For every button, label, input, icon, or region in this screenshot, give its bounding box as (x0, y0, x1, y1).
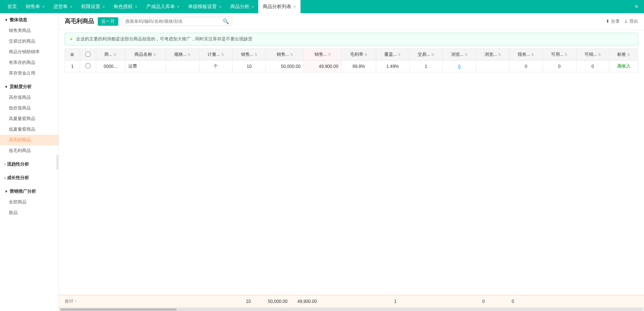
sidebar-item-low-margin[interactable]: 低毛利商品 (0, 145, 58, 156)
sidebar-item-inventory-capital[interactable]: 库存资金占用 (0, 68, 58, 79)
cell-sellable-stock: 0 (576, 61, 609, 72)
export-button[interactable]: ⤓ 导出 (624, 18, 638, 25)
summary-cell-4 (175, 299, 204, 304)
data-table: ⚙ 商...⇅ 商品名称⇅ 规格...⇅ 计量...⇅ (65, 48, 638, 72)
col-tag[interactable]: 标签⇅ (609, 49, 638, 61)
arrow-down-icon: ▼ (4, 18, 8, 22)
sidebar-toggle[interactable]: « (56, 155, 59, 170)
col-sales-amount[interactable]: 销售...⇅ (266, 49, 304, 61)
row-checkbox[interactable] (86, 64, 90, 68)
col-checkbox[interactable] (80, 49, 96, 61)
nav-analysis-list[interactable]: 商品分析列表 × (258, 0, 300, 13)
cell-browse1[interactable]: 0 (443, 61, 476, 72)
nav-purchase-close[interactable]: × (70, 4, 72, 9)
col-gross-rate[interactable]: 毛利率⇅ (342, 49, 376, 61)
nav-purchase[interactable]: 进货单 × (49, 0, 76, 13)
nav-template[interactable]: 单据模板设置 × (184, 0, 226, 13)
search-icon[interactable]: 🔍 (223, 18, 229, 24)
col-name[interactable]: 商品名称⇅ (125, 49, 166, 61)
col-spec[interactable]: 规格...⇅ (166, 49, 199, 61)
col-current-stock[interactable]: 现有...⇅ (509, 49, 543, 61)
table-wrapper: ⚙ 商...⇅ 商品名称⇅ 规格...⇅ 计量...⇅ (59, 48, 644, 295)
footer-summary: 合计： 10 50,000.00 49,900.00 1 0 0 (59, 295, 644, 307)
sidebar-item-new-goods[interactable]: 新品 (0, 207, 58, 218)
nav-roles-close[interactable]: × (135, 4, 137, 9)
cell-current-stock: 0 (509, 61, 543, 72)
sidebar-item-distribution-rate[interactable]: 商品分销助销率 (0, 47, 58, 57)
nav-analysis-label: 商品分析 (230, 3, 249, 10)
share-button[interactable]: ⬆ 分享 (606, 18, 620, 25)
arrow-right-icon-2: › (4, 176, 6, 180)
sidebar-item-low-value[interactable]: 低价值商品 (0, 103, 58, 113)
col-sales-profit[interactable]: 销售...⇅ (304, 49, 342, 61)
nav-roles[interactable]: 角色授权 × (109, 0, 141, 13)
sidebar-item-high-freq[interactable]: 高夏量窒商品 (0, 113, 58, 124)
header-actions: ⬆ 分享 ⤓ 导出 (606, 18, 638, 25)
col-transaction[interactable]: 交易...⇅ (409, 49, 443, 61)
sidebar-group-overall-header[interactable]: ▼ 整体信息 (0, 15, 58, 25)
nav-template-label: 单据模板设置 (188, 3, 217, 10)
summary-cell-9 (322, 299, 351, 304)
star-icon: ✦ (69, 37, 73, 42)
sort-icon-10: ⇅ (431, 53, 434, 57)
nav-product-entry-close[interactable]: × (177, 4, 179, 9)
sidebar-item-low-freq[interactable]: 低夏量窒商品 (0, 124, 58, 135)
scrollbar-thumb[interactable] (60, 308, 177, 311)
col-sellable-stock[interactable]: 可销...⇅ (576, 49, 609, 61)
summary-cell-3 (145, 299, 175, 304)
nav-home[interactable]: 首页 (3, 0, 21, 13)
nav-analysis-close[interactable]: × (252, 4, 254, 9)
cell-code: 0000... (96, 61, 125, 72)
sidebar-group-growth-header[interactable]: › 成长性分析 (0, 173, 58, 183)
nav-analysis[interactable]: 商品分析 × (226, 0, 258, 13)
sidebar-item-all-goods[interactable]: 全部商品 (0, 197, 58, 207)
nav-permissions-close[interactable]: × (102, 4, 105, 9)
nav-template-close[interactable]: × (219, 4, 221, 9)
sort-icon-15: ⇅ (598, 53, 601, 57)
col-browse2[interactable]: 浏览...⇅ (476, 49, 510, 61)
search-input[interactable] (125, 19, 223, 24)
bottom-scrollbar[interactable] (59, 307, 644, 311)
nav-sales-close[interactable]: × (42, 4, 44, 9)
sidebar-item-traded-goods[interactable]: 交易过的商品 (0, 36, 58, 47)
sidebar-group-trend-header[interactable]: › 流趋性分析 (0, 159, 58, 170)
col-coverage[interactable]: 覆盖...⇅ (376, 49, 409, 61)
period-button[interactable]: 近一月 (98, 17, 118, 26)
window-close-button[interactable]: × (632, 3, 641, 10)
cell-tag: 高收入 (609, 61, 638, 72)
arrow-right-icon: › (4, 162, 6, 166)
sidebar-group-overall-label: 整体信息 (10, 17, 27, 23)
cell-checkbox[interactable] (80, 61, 96, 72)
nav-product-entry-label: 产成品入库单 (146, 3, 175, 10)
nav-permissions-label: 权限设置 (81, 3, 100, 10)
info-banner: ✦ 企业的主要的利润都是这部分商品创造的，可考虑加大推广，同时关注库存是不要出现… (65, 33, 638, 46)
col-unit[interactable]: 计量...⇅ (199, 49, 233, 61)
nav-permissions[interactable]: 权限设置 × (77, 0, 109, 13)
sidebar-group-marketing-label: 营销推广分析 (10, 188, 36, 195)
summary-cell-12 (410, 299, 439, 304)
sidebar-item-stocked-goods[interactable]: 有库存的商品 (0, 57, 58, 68)
sidebar-item-high-margin[interactable]: 高毛利商品 (0, 135, 58, 145)
nav-sales[interactable]: 销售单 × (21, 0, 49, 13)
sidebar: « ▼ 整体信息 销售类商品 交易过的商品 商品分销助销率 有库存的商品 库存资… (0, 13, 59, 311)
col-code[interactable]: 商...⇅ (96, 49, 125, 61)
col-sales-qty[interactable]: 销售...⇅ (233, 49, 266, 61)
col-available-stock[interactable]: 可用...⇅ (543, 49, 576, 61)
sidebar-group-growth: › 成长性分析 (0, 171, 58, 185)
nav-product-entry[interactable]: 产成品入库单 × (142, 0, 184, 13)
nav-home-label: 首页 (7, 3, 17, 10)
nav-analysis-list-close[interactable]: × (294, 4, 296, 9)
sidebar-group-marketing-header[interactable]: ▼ 营销推广分析 (0, 186, 58, 197)
summary-cell-sales-profit: 49,900.00 (292, 299, 322, 304)
sort-icon-16: ⇅ (627, 53, 630, 57)
sidebar-group-contribution-label: 贡献度分析 (10, 84, 32, 90)
summary-cell-stock: 0 (469, 299, 498, 304)
col-browse1[interactable]: 浏览...⇅ (443, 49, 476, 61)
content-header: 高毛利商品 近一月 🔍 ⬆ 分享 ⤓ 导出 (59, 13, 644, 30)
sidebar-item-sales-goods[interactable]: 销售类商品 (0, 25, 58, 36)
sidebar-group-contribution-header[interactable]: ▼ 贡献度分析 (0, 82, 58, 92)
sidebar-item-high-value[interactable]: 高价值商品 (0, 92, 58, 103)
col-settings[interactable]: ⚙ (65, 49, 80, 61)
select-all-checkbox[interactable] (86, 52, 90, 57)
summary-cell-sales-qty: 10 (234, 299, 263, 304)
